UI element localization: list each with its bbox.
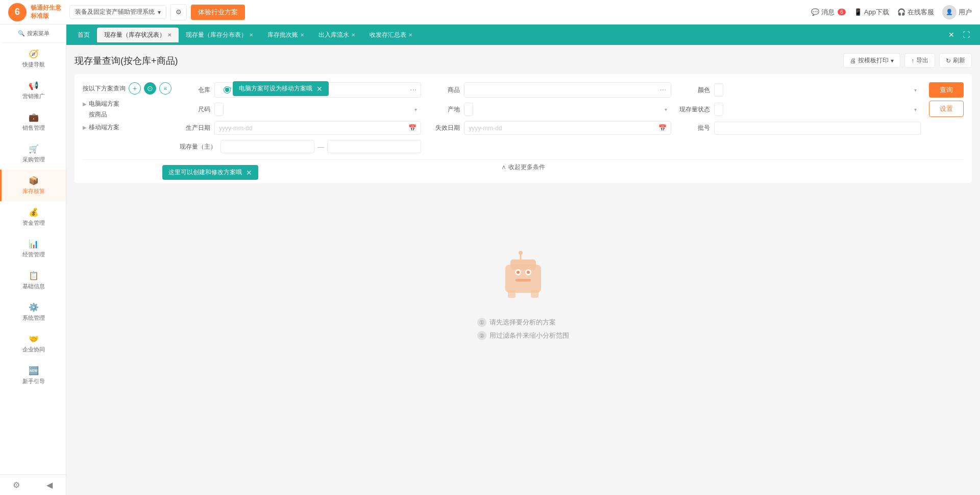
sidebar-collapse-btn[interactable]: ◀ — [33, 475, 66, 495]
tab-close-all-btn[interactable]: ✕ — [946, 29, 957, 41]
user-avatar: 👤 — [942, 5, 957, 19]
sidebar-item-basic[interactable]: 📋 基础信息 — [0, 265, 66, 296]
filter-prod-date: 生产日期 yyyy-mm-dd 📅 — [180, 121, 421, 135]
sidebar-bottom: ⚙ ◀ — [0, 475, 66, 495]
stock-min-input[interactable] — [220, 140, 314, 153]
empty-illustration — [493, 244, 554, 305]
sidebar-item-purchase[interactable]: 🛒 采购管理 — [0, 138, 66, 170]
tab-summary[interactable]: 收发存汇总表 ✕ — [362, 28, 420, 42]
online-support-btn[interactable]: 🎧 在线客服 — [897, 8, 934, 17]
tab-close-2[interactable]: ✕ — [249, 32, 253, 38]
stock-max-input[interactable] — [327, 140, 421, 153]
tab-bar: 首页 现存量（库存状况表） ✕ 现存量（库存分布表） ✕ 库存批次账 ✕ 出入库… — [66, 25, 980, 45]
svg-point-10 — [519, 251, 523, 255]
mobile-scheme-item[interactable]: ▶ 移动端方案 — [83, 122, 172, 133]
origin-select[interactable] — [464, 103, 473, 116]
filter-expire-date: 失效日期 yyyy-mm-dd 📅 — [429, 121, 671, 135]
empty-step-1: ① 请先选择要分析的方案 — [477, 316, 569, 329]
app-download-btn[interactable]: 📱 App下载 — [854, 8, 889, 17]
calendar-icon2: 📅 — [658, 124, 667, 132]
desktop-scheme-item[interactable]: ▶ 电脑端方案 — [83, 99, 172, 109]
sidebar-item-search[interactable]: 🔍 搜索菜单 — [0, 25, 66, 43]
settings-icon-btn[interactable]: ⚙ — [170, 4, 187, 20]
guide-icon: 🆕 — [29, 366, 39, 375]
search-label: 按以下方案查询 — [83, 84, 126, 93]
scheme-sub-item[interactable]: 按商品 — [83, 109, 172, 120]
header-actions: 🖨 按模板打印 ▾ ↑ 导出 ↻ 刷新 — [843, 53, 972, 68]
message-badge: 6 — [838, 9, 846, 15]
message-btn[interactable]: 💬 消息 6 — [811, 8, 846, 17]
sidebar-item-system[interactable]: ⚙️ 系统管理 — [0, 296, 66, 328]
tab-home[interactable]: 首页 — [70, 28, 97, 42]
svg-rect-7 — [508, 290, 516, 298]
tab-close-4[interactable]: ✕ — [351, 32, 355, 38]
tab-close-1[interactable]: ✕ — [167, 32, 172, 38]
chevron-down-icon: ▾ — [158, 9, 161, 16]
sidebar-item-inventory[interactable]: 📦 库存核算 — [0, 170, 66, 201]
print-button[interactable]: 🖨 按模板打印 ▾ — [843, 53, 900, 68]
sidebar-item-guide[interactable]: 🆕 新手引导 — [0, 360, 66, 391]
search-actions: 查询 设置 — [929, 82, 964, 117]
prod-date-input[interactable]: yyyy-mm-dd 📅 — [214, 121, 421, 135]
size-select[interactable] — [214, 103, 224, 116]
copy-scheme-btn[interactable]: ⊙ — [144, 82, 156, 95]
color-select[interactable] — [714, 83, 723, 97]
sidebar-item-nav[interactable]: 🧭 快捷导航 — [0, 43, 66, 75]
sidebar-item-finance[interactable]: 💰 资金管理 — [0, 201, 66, 233]
finance-icon: 💰 — [29, 207, 39, 217]
headset-icon: 🎧 — [897, 8, 905, 16]
collapse-arrow: ▶ — [83, 101, 87, 107]
filter-origin: 产地 — [429, 103, 671, 116]
refresh-icon: ↻ — [946, 57, 951, 64]
filter-stock-qty: 现存量（主） — — [180, 140, 421, 153]
svg-rect-8 — [531, 290, 538, 298]
filter-batch: 批号 — [679, 121, 921, 135]
refresh-button[interactable]: ↻ 刷新 — [939, 53, 972, 68]
sidebar-item-operation[interactable]: 📊 经营管理 — [0, 233, 66, 265]
scheme-tree: ▶ 电脑端方案 按商品 ▶ 移动端方案 — [83, 99, 172, 133]
tab-inventory-status[interactable]: 现存量（库存状况表） ✕ — [97, 28, 179, 42]
basic-icon: 📋 — [29, 271, 39, 280]
tooltip-close-1[interactable]: ✕ — [316, 85, 323, 93]
scheme-area: 按以下方案查询 + ⊙ « ▶ 电脑端方案 — [83, 82, 172, 133]
tab-batch-account[interactable]: 库存批次账 ✕ — [260, 28, 311, 42]
top-right-actions: 💬 消息 6 📱 App下载 🎧 在线客服 👤 用户 — [811, 5, 972, 19]
tab-fullscreen-btn[interactable]: ⛶ — [961, 29, 972, 41]
main-content: 现存量查询(按仓库+商品) 🖨 按模板打印 ▾ ↑ 导出 ↻ — [66, 45, 980, 495]
add-scheme-btn[interactable]: + — [129, 82, 141, 95]
print-icon: 🖨 — [850, 57, 856, 64]
product-selector[interactable]: ··· — [464, 82, 671, 98]
sidebar-settings-btn[interactable]: ⚙ — [0, 475, 33, 495]
user-menu[interactable]: 👤 用户 — [942, 5, 972, 19]
search-panel-wrapper: 按以下方案查询 + ⊙ « ▶ 电脑端方案 — [75, 74, 972, 183]
more-icon: ··· — [410, 85, 416, 95]
system-icon: ⚙️ — [29, 302, 39, 312]
tooltip-close-2[interactable]: ✕ — [246, 169, 252, 177]
batch-input[interactable] — [714, 122, 921, 135]
sidebar-item-marketing[interactable]: 📢 营销推广 — [0, 75, 66, 106]
tab-flow[interactable]: 出入库流水 ✕ — [311, 28, 362, 42]
chevron-down-icon: ▾ — [891, 57, 894, 64]
query-button[interactable]: 查询 — [929, 82, 964, 98]
tab-close-5[interactable]: ✕ — [408, 32, 412, 38]
enterprise-icon: 🤝 — [29, 334, 39, 344]
reset-button[interactable]: 设置 — [929, 101, 964, 117]
search-icon: 🔍 — [18, 30, 25, 37]
tab-inventory-dist[interactable]: 现存量（库存分布表） ✕ — [179, 28, 260, 42]
expire-date-input[interactable]: yyyy-mm-dd 📅 — [464, 121, 671, 135]
system-selector[interactable]: 装备及固定资产辅助管理系统 ▾ — [69, 5, 166, 19]
collapse-arrow2: ▶ — [83, 125, 87, 130]
stock-status-select[interactable] — [714, 103, 723, 116]
empty-text: ① 请先选择要分析的方案 ② 用过滤条件来缩小分析范围 — [477, 316, 569, 342]
empty-step-2: ② 用过滤条件来缩小分析范围 — [477, 329, 569, 342]
scheme-controls: 按以下方案查询 + ⊙ « — [83, 82, 172, 95]
back-scheme-btn[interactable]: « — [159, 82, 172, 95]
sidebar-item-sales[interactable]: 💼 销售管理 — [0, 106, 66, 138]
filter-stock-status: 现存量状态 — [679, 103, 921, 116]
industry-button[interactable]: 体验行业方案 — [191, 5, 245, 20]
scheme-tooltip-1: 电脑方案可设为移动方案哦 ✕ — [233, 81, 329, 96]
sidebar-item-enterprise[interactable]: 🤝 企业协同 — [0, 328, 66, 360]
export-button[interactable]: ↑ 导出 — [904, 53, 935, 68]
marketing-icon: 📢 — [29, 81, 39, 90]
tab-close-3[interactable]: ✕ — [300, 32, 304, 38]
